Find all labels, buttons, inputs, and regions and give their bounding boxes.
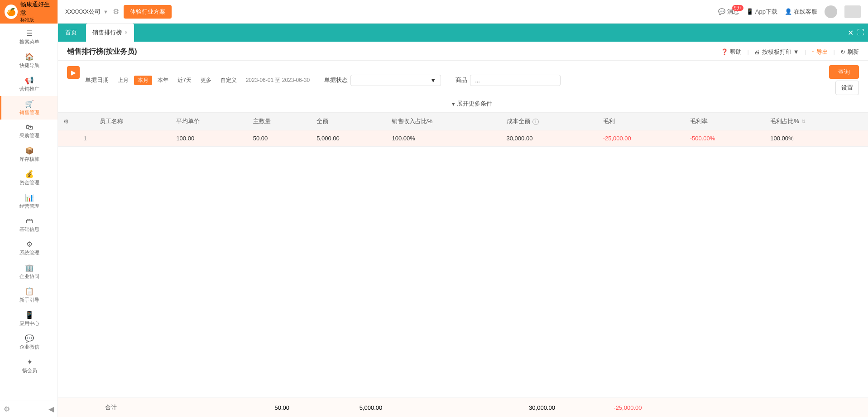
td-sales-pct: 100.00% xyxy=(386,130,501,147)
sidebar-bottom: ⚙ ◀ xyxy=(0,401,58,417)
status-label: 单据状态 xyxy=(324,76,348,84)
sidebar-item-appstore[interactable]: 📱 应用中心 xyxy=(0,307,58,331)
goods-label: 商品 xyxy=(456,76,467,84)
footer-main-qty: 50.00 xyxy=(269,403,354,413)
export-label: 导出 xyxy=(816,48,828,56)
search-order-icon: ☰ xyxy=(26,29,33,38)
sidebar-item-wechat[interactable]: 💬 企业微信 xyxy=(0,331,58,354)
print-chevron-icon: ▼ xyxy=(793,48,799,55)
sidebar-item-search-order[interactable]: ☰ 搜索菜单 xyxy=(0,25,58,49)
tab-maximize-btn[interactable]: ⛶ xyxy=(857,29,864,37)
th-gross-rate: 毛利率 xyxy=(685,113,765,130)
th-avg-price: 平均单价 xyxy=(171,113,247,130)
tab-close-window-btn[interactable]: ✕ xyxy=(848,29,854,37)
topbar-gear-button[interactable]: ⚙ xyxy=(113,7,119,16)
tab-home-label: 首页 xyxy=(65,29,77,37)
td-amount: 5,000.00 xyxy=(311,130,386,147)
th-sales-pct: 销售收入占比% xyxy=(386,113,501,130)
th-settings[interactable]: ⚙ xyxy=(58,113,76,130)
user-avatar[interactable] xyxy=(825,5,837,18)
goods-select[interactable]: ... xyxy=(470,75,561,86)
sidebar-item-label: 经营管理 xyxy=(19,203,39,210)
basics-icon: 🗃 xyxy=(26,217,33,225)
td-gross-pct: 100.00% xyxy=(765,130,868,147)
status-filter: 单据状态 ▼ xyxy=(324,75,441,86)
sidebar-item-member[interactable]: ✦ 畅会员 xyxy=(0,354,58,378)
date-tab-last-month[interactable]: 上月 xyxy=(114,76,132,85)
inventory-icon: 📦 xyxy=(25,146,34,155)
th-main-qty: 主数量 xyxy=(248,113,311,130)
sidebar-item-label: 基础信息 xyxy=(19,226,39,233)
page-header: 销售排行榜(按业务员) ❓ 帮助 | 🖨 按模板打印 ▼ | ↑ 导出 | xyxy=(58,42,868,61)
goods-filter: 商品 ... xyxy=(456,75,561,86)
expand-filter-button[interactable]: ▾ 展开更多条件 xyxy=(452,100,492,108)
refresh-button[interactable]: ↻ 刷新 xyxy=(840,48,859,56)
logo-sub: 标准版 xyxy=(20,17,53,23)
sidebar-settings-btn[interactable]: ⚙ xyxy=(4,405,10,413)
message-icon: 💬 xyxy=(718,8,725,15)
footer-amount: 5,000.00 xyxy=(354,403,439,413)
wechat-icon: 💬 xyxy=(25,334,34,343)
help-icon: ❓ xyxy=(721,48,728,55)
tab-close-button[interactable]: × xyxy=(125,29,128,36)
sidebar-item-label: 快捷导航 xyxy=(19,62,39,69)
online-service-button[interactable]: 👤 在线客服 xyxy=(785,8,817,16)
help-button[interactable]: ❓ 帮助 xyxy=(721,48,742,56)
system-icon: ⚙ xyxy=(26,240,33,249)
status-select[interactable]: ▼ xyxy=(350,75,441,86)
sidebar-item-label: 新手引导 xyxy=(19,297,39,303)
sidebar-item-finance[interactable]: 💰 资金管理 xyxy=(0,166,58,190)
forward-button[interactable]: ▶ xyxy=(67,66,80,79)
logo: 🍊 畅康通好生意 标准版 xyxy=(0,0,58,24)
sidebar-item-inventory[interactable]: 📦 库存核算 xyxy=(0,143,58,166)
date-label: 单据日期 xyxy=(85,76,109,84)
sidebar-item-label: 搜索菜单 xyxy=(19,38,39,45)
sidebar-item-label: 企业协同 xyxy=(19,273,39,280)
date-tab-this-month[interactable]: 本月 xyxy=(134,76,152,85)
tabbar-right: ✕ ⛶ xyxy=(848,29,868,37)
date-tab-custom[interactable]: 自定义 xyxy=(217,76,240,85)
home-icon: 🏠 xyxy=(25,53,34,61)
company-selector[interactable]: XXXXXX公司 ▼ xyxy=(65,8,108,16)
user-name-display[interactable] xyxy=(844,5,861,18)
gross-pct-sort-icon[interactable]: ⇅ xyxy=(801,119,806,124)
search-button[interactable]: 查询 xyxy=(829,65,859,79)
app-label: App下载 xyxy=(755,8,777,16)
footer-gross-rate xyxy=(693,406,778,409)
td-name xyxy=(94,130,171,147)
cost-info-icon[interactable]: i xyxy=(532,119,539,125)
date-tab-this-year[interactable]: 本年 xyxy=(154,76,172,85)
sidebar-item-marketing[interactable]: 📢 营销推广 xyxy=(0,72,58,96)
expand-label: 展开更多条件 xyxy=(457,100,492,108)
tab-sales-ranking[interactable]: 销售排行榜 × xyxy=(86,24,134,42)
td-cost: 30,000.00 xyxy=(501,130,598,147)
sidebar-item-operations[interactable]: 📊 经营管理 xyxy=(0,190,58,213)
setting-button[interactable]: 设置 xyxy=(835,81,859,95)
message-button[interactable]: 💬 消息 99+ xyxy=(718,8,739,16)
service-label: 在线客服 xyxy=(794,8,817,16)
table-row: 1 100.00 50.00 5,000.00 100.00% 30,000.0… xyxy=(58,130,868,147)
template-print-button[interactable]: 🖨 按模板打印 ▼ xyxy=(754,48,799,56)
date-tab-7days[interactable]: 近7天 xyxy=(174,76,195,85)
sidebar-item-enterprise[interactable]: 🏢 企业协同 xyxy=(0,260,58,283)
sidebar-item-sales[interactable]: 🛒 销售管理 xyxy=(0,96,58,120)
trial-button[interactable]: 体验行业方案 xyxy=(124,5,172,19)
sidebar-item-purchase[interactable]: 🛍 采购管理 xyxy=(0,120,58,143)
tab-home[interactable]: 首页 xyxy=(58,24,84,42)
sidebar-item-quick-nav[interactable]: 🏠 快捷导航 xyxy=(0,49,58,72)
sidebar-item-label: 采购管理 xyxy=(19,132,39,139)
export-button[interactable]: ↑ 导出 xyxy=(811,48,828,56)
app-download-button[interactable]: 📱 App下载 xyxy=(746,8,777,16)
chevron-down-icon: ▾ xyxy=(452,101,455,107)
tab-sales-ranking-label: 销售排行榜 xyxy=(92,29,122,37)
company-name: XXXXXX公司 xyxy=(65,8,101,16)
date-tab-more[interactable]: 更多 xyxy=(197,76,215,85)
filter-actions: 查询 设置 xyxy=(829,65,859,95)
sidebar-collapse-btn[interactable]: ◀ xyxy=(48,405,54,413)
footer-gross-pct xyxy=(778,406,863,409)
table-container: ⚙ 员工名称 平均单价 主数量 全额 销售收入占比% 成本全额 i xyxy=(58,113,868,398)
sidebar-item-guide[interactable]: 📋 新手引导 xyxy=(0,283,58,307)
filter-row-2: ▾ 展开更多条件 xyxy=(85,98,859,110)
sidebar-item-system[interactable]: ⚙ 系统管理 xyxy=(0,236,58,260)
sidebar-item-basics[interactable]: 🗃 基础信息 xyxy=(0,213,58,236)
